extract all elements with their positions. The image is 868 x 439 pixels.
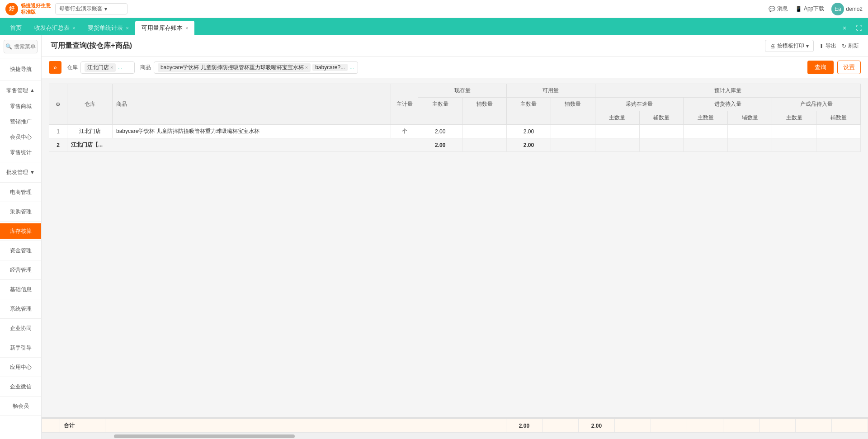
sidebar-item-caigouguanli[interactable]: 采购管理 [0, 204, 41, 219]
sidebar-item-lingxiao[interactable]: 零售管理 ▲ [0, 82, 41, 99]
sidebar-item-zijinguanli[interactable]: 资金管理 [0, 243, 41, 258]
total-row: 合计 2.00 2.00 [42, 419, 868, 433]
col-header-avail-main: 主数量 [506, 98, 551, 111]
tab-bar: 首页 收发存汇总表 × 要货单统计表 × 可用量库存账本 × × ⛶ [0, 18, 868, 35]
col-header-purchase-main: 主数量 [595, 111, 639, 125]
tab-home[interactable]: 首页 [4, 21, 28, 35]
cell-purchase-main [595, 125, 639, 138]
cell-subtotal-purchase-aux [639, 138, 684, 152]
sidebar-item-jichuxxinxi[interactable]: 基础信息 [0, 282, 41, 297]
cell-production-aux [816, 125, 861, 138]
warehouse-filter: 仓库 江北门店 × ... [67, 61, 135, 74]
filter-toggle-button[interactable]: » [49, 61, 61, 74]
product-remove-icon[interactable]: × [305, 65, 308, 70]
col-header-product: 商品 [113, 84, 391, 125]
cell-subtotal-production-main [772, 138, 816, 152]
refresh-icon: ↻ [842, 43, 846, 49]
cell-subtotal-purchase-main [595, 138, 639, 152]
sidebar-group-qiye: 企业协同 [0, 319, 41, 338]
col-header-settings[interactable]: ⚙ [49, 84, 67, 125]
company-selector[interactable]: 母婴行业演示账套 ▾ [55, 3, 127, 14]
sidebar-group-lingxiao: 零售管理 ▲ 零售商城 营销推广 会员中心 零售统计 [0, 80, 41, 162]
app-download-button[interactable]: 📱 App下载 [795, 5, 824, 13]
total-label: 合计 [60, 419, 105, 433]
warehouse-label: 仓库 [67, 64, 78, 71]
sidebar-item-jingyingguanli[interactable]: 经营管理 [0, 262, 41, 278]
sidebar-item-kucunhesuan[interactable]: 库存核算 [0, 223, 41, 239]
cell-subtotal-incoming-main [684, 138, 728, 152]
warehouse-more[interactable]: ... [118, 64, 122, 71]
settings-button[interactable]: 设置 [837, 61, 861, 74]
tab-bar-right: × ⛶ [839, 23, 864, 35]
sidebar-item-dianshangguanli[interactable]: 电商管理 [0, 184, 41, 200]
sidebar-group-pifa: 批发管理 ▼ [0, 162, 41, 183]
col-header-stock-aux: 辅数量 [462, 98, 507, 111]
sidebar-item-lingxiaotongji[interactable]: 零售统计 [0, 145, 41, 160]
total-stock-aux [542, 419, 579, 433]
warehouse-selector[interactable]: 江北门店 × ... [80, 61, 135, 74]
search-menu-button[interactable]: 🔍 搜索菜单 [4, 40, 38, 53]
col-header-avail-main2 [506, 111, 551, 125]
print-icon: 🖨 [770, 43, 775, 49]
tab-keyongliang[interactable]: 可用量库存账本 × [135, 21, 194, 35]
logo-icon: 好 [5, 3, 18, 15]
logo-text: 畅捷通好生意 标准版 [21, 3, 51, 14]
message-icon: 💬 [769, 6, 775, 12]
sidebar-group-dianshang: 电商管理 [0, 183, 41, 202]
close-icon[interactable]: × [72, 25, 75, 31]
sidebar-group-qiyeweixin: 企业微信 [0, 377, 41, 397]
sidebar-nav: 快捷导航 [0, 58, 41, 80]
sidebar-item-xitonguanli[interactable]: 系统管理 [0, 301, 41, 316]
product-selector[interactable]: babycare学饮杯 儿童防摔防撞吸管杯重力球吸嘴杯宝宝水杯 × babyca… [154, 61, 358, 74]
sidebar-item-qiyexietong[interactable]: 企业协同 [0, 321, 41, 336]
message-button[interactable]: 💬 消息 [769, 5, 788, 13]
query-button[interactable]: 查询 [807, 61, 834, 74]
product-filter: 商品 babycare学饮杯 儿童防摔防撞吸管杯重力球吸嘴杯宝宝水杯 × bab… [140, 61, 358, 74]
total-stock-main: 2.00 [506, 419, 542, 433]
chevron-up-icon: ▲ [30, 87, 35, 94]
data-table: ⚙ 仓库 商品 主计量 现存量 可用量 预计入库量 主数量 辅数量 主数量 辅数… [49, 84, 861, 152]
col-header-purchase-aux: 辅数量 [639, 111, 684, 125]
product-more[interactable]: ... [349, 64, 354, 71]
sidebar-item-qiyeweixin[interactable]: 企业微信 [0, 379, 41, 394]
close-icon[interactable]: × [126, 25, 128, 31]
content-area: 可用量查询(按仓库+商品) 🖨 按模板打印 ▾ ⬆ 导出 ↻ 刷新 » [42, 35, 868, 439]
cell-incoming-main [684, 125, 728, 138]
col-header-production-group: 产成品待入量 [772, 98, 861, 111]
sidebar-item-xinshouyindao[interactable]: 新手引导 [0, 340, 41, 355]
sidebar-item-huiyuanzhongxin[interactable]: 会员中心 [0, 129, 41, 145]
sidebar-item-lingxiaoshangcheng[interactable]: 零售商城 [0, 99, 41, 114]
sidebar-item-pifaguanli[interactable]: 批发管理 ▼ [0, 164, 41, 180]
close-icon[interactable]: × [185, 25, 188, 31]
close-all-button[interactable]: × [839, 23, 850, 33]
scrollbar-thumb[interactable] [114, 434, 295, 438]
warehouse-remove-icon[interactable]: × [110, 65, 113, 70]
sidebar-item-yingxiaotuiguang[interactable]: 营销推广 [0, 114, 41, 129]
col-header-production-aux: 辅数量 [816, 111, 861, 125]
print-button[interactable]: 🖨 按模板打印 ▾ [765, 40, 814, 52]
tab-shoufacun[interactable]: 收发存汇总表 × [28, 21, 81, 35]
table-row-subtotal: 2 江北门店【... 2.00 2.00 [49, 138, 861, 152]
maximize-button[interactable]: ⛶ [854, 23, 864, 33]
sidebar-item-kuaijiedaohang[interactable]: 快捷导航 [0, 61, 41, 77]
sidebar-group-zijin: 资金管理 [0, 241, 41, 260]
sidebar-item-changhui[interactable]: 畅会员 [0, 398, 41, 414]
refresh-button[interactable]: ↻ 刷新 [842, 42, 859, 50]
total-production-aux [832, 419, 868, 433]
col-header-stock-group: 现存量 [418, 84, 507, 98]
col-header-planned-group: 预计入库量 [595, 84, 860, 98]
sidebar-group-changhui: 畅会员 [0, 397, 41, 416]
total-incoming-aux [760, 419, 796, 433]
col-header-unit: 主计量 [391, 84, 418, 125]
sidebar-item-yingyongzhongxin[interactable]: 应用中心 [0, 359, 41, 375]
total-purchase-aux [687, 419, 723, 433]
tab-yaohuo[interactable]: 要货单统计表 × [81, 21, 135, 35]
cell-avail-main: 2.00 [506, 125, 551, 138]
export-button[interactable]: ⬆ 导出 [819, 42, 836, 50]
total-purchase-main [651, 419, 687, 433]
table-area: ⚙ 仓库 商品 主计量 现存量 可用量 预计入库量 主数量 辅数量 主数量 辅数… [42, 78, 868, 417]
horizontal-scrollbar[interactable] [42, 433, 868, 439]
cell-subtotal-seq: 2 [49, 138, 67, 152]
total-cell-empty1 [42, 419, 60, 433]
user-menu[interactable]: Ea demo2 [831, 3, 863, 15]
